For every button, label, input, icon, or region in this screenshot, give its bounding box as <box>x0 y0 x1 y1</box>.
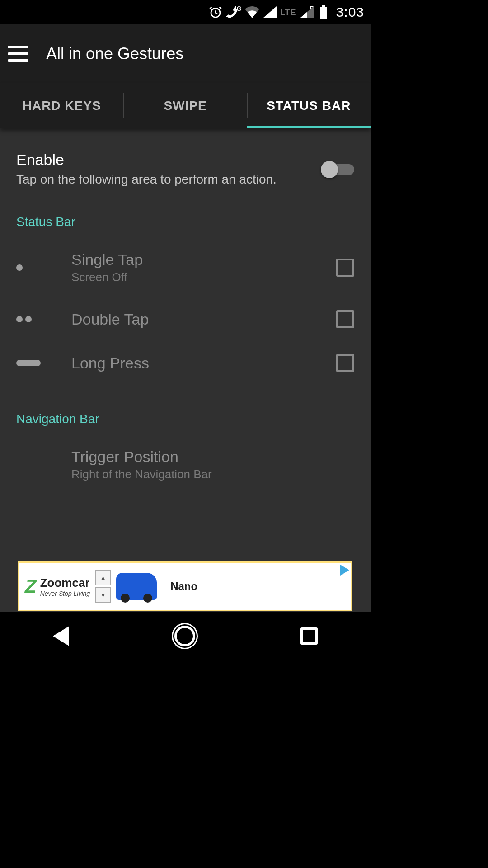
stepper-down-icon[interactable]: ▼ <box>95 587 111 603</box>
checkbox-long-press[interactable] <box>336 354 354 372</box>
nav-back-button[interactable] <box>53 626 69 646</box>
pref-title: Long Press <box>71 354 322 372</box>
battery-icon <box>319 5 328 19</box>
tab-status-bar[interactable]: STATUS BAR <box>247 83 371 128</box>
app-title: All in one Gestures <box>46 44 183 63</box>
wifi-icon <box>245 6 259 18</box>
enable-subtitle: Tap on the following area to perform an … <box>16 171 312 188</box>
ad-logo-icon: Z <box>25 576 37 597</box>
checkbox-double-tap[interactable] <box>336 310 354 328</box>
stepper-up-icon[interactable]: ▲ <box>95 570 111 585</box>
pref-long-press[interactable]: Long Press <box>0 341 371 385</box>
pref-title: Trigger Position <box>71 448 354 466</box>
pref-double-tap[interactable]: Double Tap <box>0 297 371 341</box>
pref-single-tap[interactable]: Single Tap Screen Off <box>0 238 371 297</box>
menu-icon[interactable] <box>8 46 28 62</box>
signal-icon-2: R <box>300 6 315 18</box>
checkbox-single-tap[interactable] <box>336 259 354 277</box>
nav-home-button[interactable] <box>174 626 195 646</box>
tab-swipe[interactable]: SWIPE <box>123 83 247 128</box>
ad-brand: Zoomcar <box>40 576 90 590</box>
ad-banner[interactable]: Z Zoomcar Never Stop Living ▲ ▼ Nano <box>18 561 352 611</box>
nav-recent-button[interactable] <box>300 627 318 645</box>
status-clock: 3:03 <box>336 5 364 20</box>
single-tap-icon <box>16 264 57 271</box>
section-title-navigation-bar: Navigation Bar <box>0 385 371 435</box>
ad-tagline: Never Stop Living <box>40 590 90 597</box>
ad-car-image <box>116 573 157 600</box>
enable-row[interactable]: Enable Tap on the following area to perf… <box>0 151 371 188</box>
app-bar: All in one Gestures <box>0 24 371 83</box>
signal-icon-1 <box>263 6 277 18</box>
ad-stepper[interactable]: ▲ ▼ <box>95 570 111 603</box>
pref-title: Single Tap <box>71 251 322 269</box>
pref-subtitle: Right of the Navigation Bar <box>71 467 354 481</box>
pref-title: Double Tap <box>71 311 322 328</box>
status-icons: 4G LTE R <box>209 5 328 19</box>
svg-rect-3 <box>322 5 325 7</box>
tab-hard-keys[interactable]: HARD KEYS <box>0 83 123 128</box>
settings-content[interactable]: Enable Tap on the following area to perf… <box>0 128 371 561</box>
enable-title: Enable <box>16 151 312 169</box>
ad-model-name: Nano <box>170 580 197 593</box>
svg-rect-4 <box>320 7 327 19</box>
phone-4g-icon: 4G <box>226 5 241 19</box>
system-status-bar: 4G LTE R 3:03 <box>0 0 371 24</box>
alarm-icon <box>209 5 222 19</box>
ad-banner-area: Z Zoomcar Never Stop Living ▲ ▼ Nano <box>0 561 371 612</box>
tab-bar: HARD KEYS SWIPE STATUS BAR <box>0 83 371 128</box>
double-tap-icon <box>16 316 57 322</box>
section-title-status-bar: Status Bar <box>0 188 371 238</box>
lte-label: LTE <box>280 8 296 17</box>
long-press-icon <box>16 360 57 366</box>
android-nav-bar <box>0 612 371 660</box>
pref-subtitle: Screen Off <box>71 270 322 284</box>
pref-trigger-position[interactable]: Trigger Position Right of the Navigation… <box>0 435 371 494</box>
ad-play-icon[interactable] <box>340 565 349 576</box>
enable-toggle[interactable] <box>323 161 354 178</box>
